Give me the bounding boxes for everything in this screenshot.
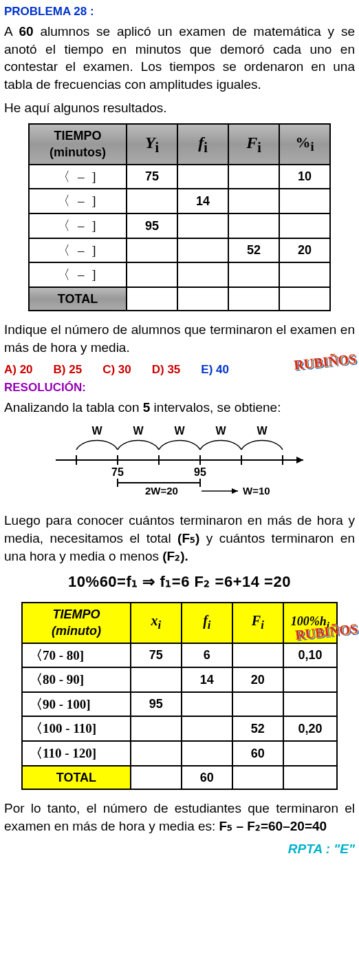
svg-text:W=10: W=10 (243, 485, 270, 497)
table-row: 〈80 - 90] 14 20 (22, 667, 337, 692)
resolution-p3: Por lo tanto, el número de estudiantes q… (4, 800, 355, 835)
math-derivation: 10%60=f₁ ⇒ f₁=6 F₂ =6+14 =20 (4, 572, 355, 592)
option-c: C) 30 (102, 362, 131, 378)
number-line-diagram: W W W W W 75 95 2W=20 W=10 (4, 422, 355, 502)
table-row: 〈70 - 80] 75 6 0,10 (22, 643, 337, 668)
option-e: E) 40 (201, 362, 229, 378)
svg-text:95: 95 (194, 466, 206, 478)
option-b: B) 25 (54, 362, 83, 378)
answer-options: A) 20 B) 25 C) 30 D) 35 E) 40 (4, 362, 355, 378)
option-a: A) 20 (4, 362, 33, 378)
table-row: 〈 – ] (29, 262, 330, 287)
problem-label: PROBLEMA 28 : (4, 4, 355, 20)
resolution-label: RESOLUCIÓN: (4, 380, 355, 396)
frequency-table-solved: TIEMPO (minuto) xi fi Fi 100%hi 〈70 - 80… (21, 602, 338, 790)
svg-text:W: W (257, 425, 268, 437)
table-row: 〈 – ] 52 20 (29, 238, 330, 263)
final-answer: RPTA : "E" (4, 840, 355, 858)
svg-text:W: W (133, 425, 144, 437)
svg-text:75: 75 (111, 466, 124, 478)
svg-text:W: W (174, 425, 185, 437)
table-row: 〈 – ] 75 10 (29, 165, 330, 189)
problem-paragraph-1: A 60 alumnos se aplicó un examen de mate… (4, 23, 355, 94)
svg-text:W: W (91, 425, 102, 437)
problem-paragraph-2: He aquí algunos resultados. (4, 99, 355, 117)
th-tiempo: TIEMPO (minutos) (50, 129, 106, 159)
table-row: 〈110 - 120] 60 (22, 741, 337, 766)
table-row: 〈 – ] 95 (29, 213, 330, 238)
table-row: 〈100 - 110] 52 0,20 (22, 716, 337, 741)
svg-marker-1 (296, 457, 303, 463)
resolution-p1: Analizando la tabla con 5 intervalos, se… (4, 399, 355, 417)
option-d: D) 35 (152, 362, 181, 378)
table-row: 〈 – ] 14 (29, 189, 330, 213)
svg-text:2W=20: 2W=20 (145, 485, 178, 497)
table-row: 〈90 - 100] 95 (22, 692, 337, 717)
table-row-total: TOTAL (29, 287, 330, 311)
svg-text:W: W (215, 425, 226, 437)
svg-marker-20 (232, 488, 238, 494)
question-text: Indique el número de alumnos que termina… (4, 321, 355, 356)
table-row-total: TOTAL 60 (22, 766, 337, 789)
frequency-table-given: TIEMPO (minutos) Yi fi Fi %i 〈 – ] 75 10… (28, 123, 331, 311)
resolution-p2: Luego para conocer cuántos terminaron en… (4, 512, 355, 565)
